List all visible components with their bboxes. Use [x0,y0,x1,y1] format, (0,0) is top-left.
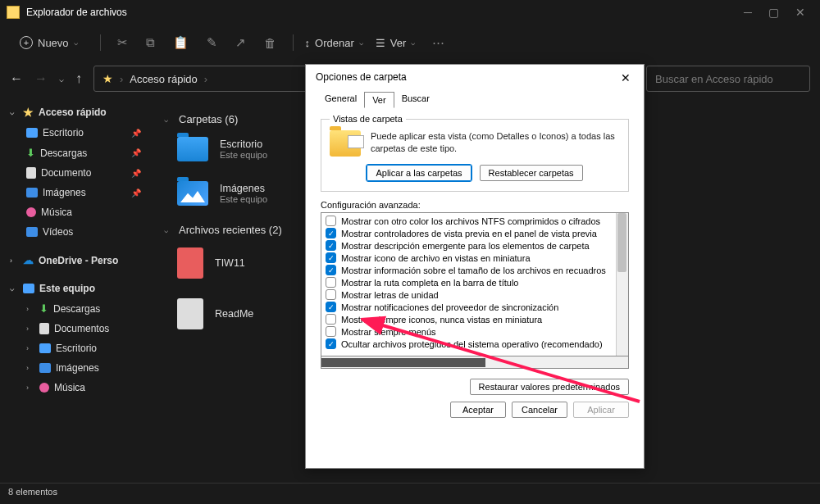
back-button[interactable]: ← [10,71,23,86]
checkbox[interactable] [326,216,336,226]
new-label: Nuevo [38,37,69,49]
sidebar-item-this-pc[interactable]: ⌵Este equipo [0,279,148,298]
delete-icon[interactable]: 🗑 [259,31,281,55]
maximize-button[interactable]: ▢ [768,6,779,19]
cut-icon[interactable]: ✂ [112,30,133,55]
sidebar-item-pc-downloads[interactable]: ›⬇Descargas [0,298,148,319]
view-icon: ☰ [376,37,385,49]
document-icon [39,323,49,334]
folder-views-icon [330,130,361,157]
scrollbar-horizontal[interactable] [321,356,629,369]
checkbox[interactable]: ✓ [326,240,336,251]
checkbox[interactable] [326,289,336,300]
tab-general[interactable]: General [317,91,364,107]
advanced-setting-row[interactable]: ✓Mostrar controladores de vista previa e… [324,227,626,239]
advanced-setting-row[interactable]: ✓Mostrar notificaciones del proveedor de… [324,301,626,313]
sidebar-item-quick-access[interactable]: ⌵★Acceso rápido [0,102,148,123]
folder-icon [177,181,208,206]
desktop-icon [26,128,38,138]
pin-icon: 📌 [131,169,141,178]
advanced-setting-row[interactable]: Mostrar letras de unidad [324,288,626,301]
advanced-setting-row[interactable]: Mostrar siempre menús [324,325,626,338]
minimize-button[interactable]: ─ [744,6,752,19]
checkbox[interactable]: ✓ [326,252,336,263]
rename-icon[interactable]: ✎ [202,30,222,55]
advanced-setting-row[interactable]: ✓Mostrar información sobre el tamaño de … [324,264,626,276]
advanced-setting-label: Mostrar información sobre el tamaño de l… [341,266,606,275]
cloud-icon: ☁ [23,254,34,266]
sidebar-item-videos[interactable]: Vídeos [0,222,148,242]
video-icon [26,227,38,237]
advanced-setting-row[interactable]: ✓Ocultar archivos protegidos del sistema… [324,338,626,350]
sidebar-item-music[interactable]: Música [0,202,148,222]
advanced-label: Configuración avanzada: [321,200,629,210]
chevron-down-icon: ⌵ [359,39,367,47]
advanced-setting-row[interactable]: ✓Mostrar icono de archivo en vistas en m… [324,252,626,264]
reset-folders-button[interactable]: Restablecer carpetas [480,165,583,181]
folder-views-legend: Vistas de carpeta [330,114,406,124]
paste-icon[interactable]: 📋 [168,30,194,55]
sidebar-item-pc-music[interactable]: ›Música [0,378,148,397]
checkbox[interactable]: ✓ [326,228,336,238]
dialog-close-button[interactable]: ✕ [617,71,634,84]
sidebar-item-images[interactable]: Imágenes📌 [0,183,148,202]
sidebar-item-pc-documents[interactable]: ›Documentos [0,319,148,338]
sidebar-item-desktop[interactable]: Escritorio📌 [0,123,148,143]
advanced-setting-row[interactable]: ✓Mostrar descripción emergente para los … [324,239,626,252]
sidebar-item-downloads[interactable]: ⬇Descargas📌 [0,143,148,163]
checkbox[interactable]: ✓ [326,265,336,275]
ok-button[interactable]: Aceptar [450,402,506,418]
history-chevron-icon[interactable]: ⌵ [59,75,64,84]
restore-defaults-button[interactable]: Restaurar valores predeterminados [470,379,629,395]
new-button[interactable]: + Nuevo ⌵ [13,33,89,52]
plus-icon: + [20,36,33,49]
checkbox[interactable]: ✓ [326,302,336,312]
advanced-setting-label: Mostrar descripción emergente para los e… [341,241,590,251]
breadcrumb-root[interactable]: Acceso rápido [130,73,197,85]
document-icon [26,167,36,179]
sidebar-item-pc-desktop[interactable]: ›Escritorio [0,338,148,358]
checkbox[interactable] [326,314,336,325]
close-button[interactable]: ✕ [795,6,805,19]
tab-view[interactable]: Ver [364,92,394,108]
copy-icon[interactable]: ⧉ [141,30,160,55]
sidebar: ⌵★Acceso rápido Escritorio📌 ⬇Descargas📌 … [0,97,148,496]
cancel-button[interactable]: Cancelar [512,402,567,418]
advanced-settings-list[interactable]: Mostrar con otro color los archivos NTFS… [321,212,629,356]
share-icon[interactable]: ↗ [230,30,251,55]
checkbox[interactable] [326,326,336,337]
checkbox[interactable]: ✓ [326,338,336,349]
scrollbar-vertical[interactable] [616,213,628,356]
forward-button[interactable]: → [34,71,48,86]
sidebar-item-pc-images[interactable]: ›Imágenes [0,358,148,378]
more-icon[interactable]: ⋯ [427,30,449,55]
advanced-setting-row[interactable]: Mostrar con otro color los archivos NTFS… [324,215,626,227]
star-icon: ★ [102,72,113,85]
advanced-setting-row[interactable]: Mostrar la ruta completa en la barra de … [324,276,626,288]
folder-icon [177,137,208,161]
folder-views-group: Vistas de carpeta Puede aplicar esta vis… [321,114,629,192]
advanced-setting-label: Mostrar siempre menús [341,327,436,337]
download-icon: ⬇ [26,147,35,159]
desktop-icon [39,343,51,353]
up-button[interactable]: ↑ [75,71,82,86]
view-button[interactable]: ☰ Ver ⌵ [376,37,420,49]
folder-options-dialog: Opciones de carpeta ✕ General Ver Buscar… [305,64,645,469]
images-icon [39,363,51,373]
advanced-setting-row[interactable]: Mostrar siempre iconos, nunca vistas en … [324,313,626,325]
checkbox[interactable] [326,277,336,288]
chevron-down-icon: ⌵ [74,39,82,47]
images-icon [26,188,38,198]
pc-icon [23,284,34,293]
sort-icon: ↕ [305,37,311,49]
apply-button[interactable]: Aplicar [573,402,629,418]
search-box[interactable]: Buscar en Acceso rápido [646,66,810,92]
pin-icon: 📌 [131,148,141,157]
file-icon [177,298,203,329]
advanced-setting-label: Mostrar con otro color los archivos NTFS… [341,216,600,226]
apply-to-folders-button[interactable]: Aplicar a las carpetas [367,165,471,181]
sort-button[interactable]: ↕ Ordenar ⌵ [305,37,367,49]
tab-search[interactable]: Buscar [394,91,437,107]
sidebar-item-documents[interactable]: Documento📌 [0,163,148,183]
sidebar-item-onedrive[interactable]: ›☁OneDrive - Perso [0,250,148,270]
